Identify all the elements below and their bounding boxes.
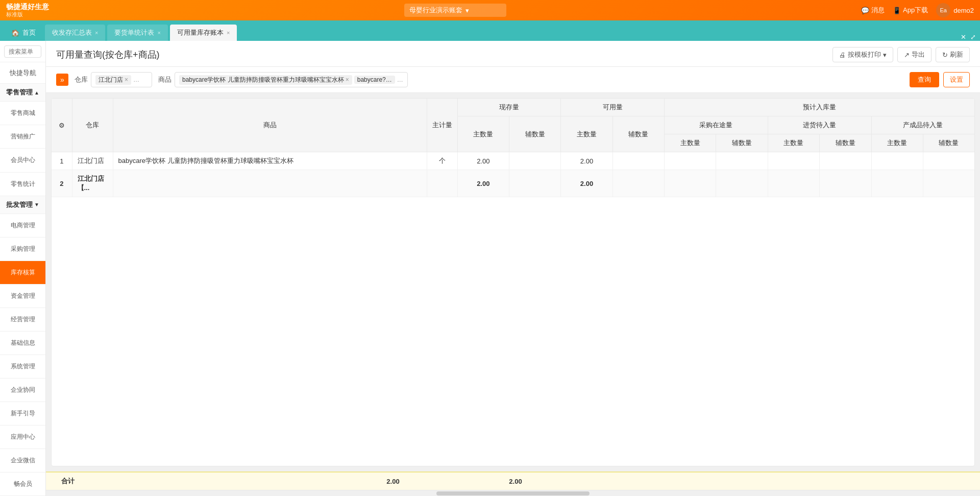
print-btn[interactable]: 🖨 按模板打印 ▾ — [832, 47, 893, 62]
cell-warehouse-2: 江北门店【... — [72, 170, 113, 197]
sidebar-item-wechat[interactable]: 企业微信 — [0, 449, 45, 473]
industry-selector[interactable]: 母婴行业演示账套 ▾ — [404, 4, 506, 17]
sidebar-search-area — [0, 41, 45, 62]
footer-label: 合计 — [51, 477, 133, 486]
th-warehouse: 仓库 — [72, 99, 113, 152]
sidebar-item-members[interactable]: 会员中心 — [0, 149, 45, 172]
cell-seq-1: 1 — [52, 152, 72, 170]
horizontal-scrollbar[interactable] — [46, 490, 980, 496]
chevron-down-icon-wholesale: ▼ — [34, 202, 39, 207]
cell-current-aux-1 — [509, 152, 560, 170]
sidebar-item-retail-stats[interactable]: 零售统计 — [0, 173, 45, 196]
warehouse-tag-remove[interactable]: × — [125, 76, 128, 83]
maximize-icon[interactable]: ⤢ — [970, 33, 976, 41]
sidebar-item-appstore[interactable]: 应用中心 — [0, 426, 45, 449]
tab-order-close[interactable]: × — [157, 30, 160, 36]
content-area: 可用量查询(按仓库+商品) 🖨 按模板打印 ▾ ↗ 导出 ↻ 刷新 — [46, 41, 980, 496]
main-layout: 快捷导航 零售管理 ▲ 零售商城 营销推广 会员中心 零售统计 批发管理 ▼ 电… — [0, 41, 980, 496]
sidebar-section-wholesale[interactable]: 批发管理 ▼ — [0, 196, 45, 214]
app-download-btn[interactable]: 📱 App下载 — [893, 6, 928, 15]
sidebar-item-system[interactable]: 系统管理 — [0, 355, 45, 379]
chevron-down-icon-print: ▾ — [883, 51, 887, 59]
tab-collect-close[interactable]: × — [95, 30, 98, 36]
close-all-icon[interactable]: ✕ — [961, 33, 966, 41]
product-label: 商品 — [158, 75, 172, 84]
product-filter: 商品 babycare学饮杯 儿童防摔防撞吸管杯重力球吸嘴杯宝宝水杯 × bab… — [158, 72, 408, 87]
page-actions: 🖨 按模板打印 ▾ ↗ 导出 ↻ 刷新 — [832, 47, 970, 62]
sidebar-item-finance[interactable]: 资金管理 — [0, 285, 45, 308]
th-pt-main: 主数量 — [665, 134, 716, 152]
sidebar-item-marketing[interactable]: 营销推广 — [0, 125, 45, 149]
export-icon: ↗ — [904, 51, 910, 59]
product-tag-2: babycare?… — [354, 76, 395, 84]
cell-seq-2: 2 — [52, 170, 72, 197]
avatar: Ea — [936, 3, 950, 17]
cell-pt-main-2 — [665, 170, 716, 197]
sidebar-item-member[interactable]: 畅会员 — [0, 473, 45, 496]
cell-pt-main-1 — [665, 152, 716, 170]
message-btn[interactable]: 💬 消息 — [861, 6, 885, 15]
th-pp-main: 主数量 — [871, 134, 923, 152]
top-bar: 畅捷通好生意 标准版 母婴行业演示账套 ▾ 💬 消息 📱 App下载 Ea de… — [0, 0, 980, 20]
footer-current-main: 2.00 — [362, 478, 424, 485]
sidebar-nav-btn[interactable]: 快捷导航 — [0, 62, 45, 84]
th-pt-aux: 辅数量 — [716, 134, 768, 152]
th-unit: 主计量 — [427, 99, 457, 152]
th-product-pending: 产成品待入量 — [871, 116, 974, 134]
cell-ip-main-2 — [768, 170, 819, 197]
tab-collect[interactable]: 收发存汇总表 × — [45, 25, 105, 41]
warehouse-label: 仓库 — [75, 75, 88, 84]
expand-filter-btn[interactable]: » — [56, 74, 68, 86]
sidebar-item-operation[interactable]: 经营管理 — [0, 308, 45, 332]
print-icon: 🖨 — [839, 51, 846, 59]
page-title: 可用量查询(按仓库+商品) — [56, 49, 160, 61]
cell-ip-main-1 — [768, 152, 819, 170]
sidebar-item-inventory[interactable]: 库存核算 — [0, 261, 45, 285]
filter-actions: 查询 设置 — [910, 72, 970, 87]
cell-pp-aux-1 — [923, 152, 974, 170]
table-footer: 合计 2.00 2.00 — [46, 471, 980, 490]
th-avail-main: 主数量 — [561, 116, 612, 152]
export-btn[interactable]: ↗ 导出 — [897, 47, 932, 62]
tab-inventory[interactable]: 可用量库存账本 × — [170, 25, 237, 41]
product-more[interactable]: … — [397, 76, 403, 83]
cell-unit-2 — [427, 170, 457, 197]
home-icon: 🏠 — [11, 29, 19, 37]
cell-pp-main-1 — [871, 152, 923, 170]
tab-home[interactable]: 🏠 首页 — [4, 25, 43, 41]
logo-area: 畅捷通好生意 标准版 — [6, 3, 49, 18]
th-product: 商品 — [113, 99, 427, 152]
sidebar-item-ecommerce[interactable]: 电商管理 — [0, 214, 45, 238]
sidebar-section-retail[interactable]: 零售管理 ▲ — [0, 84, 45, 102]
cell-avail-aux-1 — [612, 152, 664, 170]
warehouse-input[interactable]: 江北门店 × … — [91, 72, 152, 87]
refresh-btn[interactable]: ↻ 刷新 — [936, 47, 970, 62]
search-input[interactable] — [4, 45, 41, 58]
warehouse-more[interactable]: … — [133, 76, 139, 83]
tab-order[interactable]: 要货单统计表 × — [107, 25, 167, 41]
sidebar-item-purchase[interactable]: 采购管理 — [0, 238, 45, 261]
cell-current-main-1: 2.00 — [457, 152, 509, 170]
page-header: 可用量查询(按仓库+商品) 🖨 按模板打印 ▾ ↗ 导出 ↻ 刷新 — [46, 41, 980, 67]
cell-pt-aux-2 — [716, 170, 768, 197]
product-tag1-remove[interactable]: × — [346, 76, 349, 83]
sidebar-item-retail-mall[interactable]: 零售商城 — [0, 102, 45, 125]
settings-btn[interactable]: 设置 — [943, 72, 970, 87]
tab-bar-controls: ✕ ⤢ — [961, 33, 976, 41]
table-container[interactable]: ⚙ 仓库 商品 主计量 现存量 可用量 预计入库量 主数量 辅数量 主数量 辅数… — [51, 98, 975, 466]
cell-avail-aux-2 — [612, 170, 664, 197]
product-input[interactable]: babycare学饮杯 儿童防摔防撞吸管杯重力球吸嘴杯宝宝水杯 × babyca… — [175, 72, 408, 87]
cell-warehouse-1: 江北门店 — [72, 152, 113, 170]
data-table: ⚙ 仓库 商品 主计量 现存量 可用量 预计入库量 主数量 辅数量 主数量 辅数… — [52, 99, 974, 197]
scrollbar-thumb[interactable] — [436, 491, 590, 495]
sidebar-item-enterprise[interactable]: 企业协同 — [0, 379, 45, 402]
sidebar-item-newbie[interactable]: 新手引导 — [0, 402, 45, 426]
th-ip-main: 主数量 — [768, 134, 819, 152]
user-area[interactable]: Ea demo2 — [936, 3, 974, 17]
user-name: demo2 — [953, 7, 974, 14]
tab-inventory-close[interactable]: × — [227, 30, 230, 36]
cell-unit-1: 个 — [427, 152, 457, 170]
sidebar-item-basic[interactable]: 基础信息 — [0, 332, 45, 355]
query-btn[interactable]: 查询 — [910, 72, 939, 87]
th-settings-icon[interactable]: ⚙ — [52, 99, 72, 152]
